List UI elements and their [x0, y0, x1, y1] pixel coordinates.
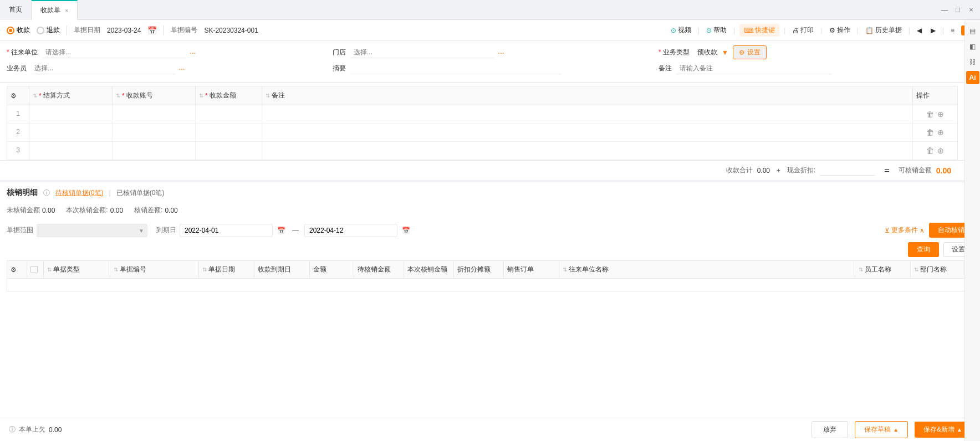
more-conditions-btn[interactable]: ⊻ 更多条件 ∧: [885, 225, 925, 235]
col-sort-account-icon[interactable]: ⇅: [116, 93, 120, 99]
store-field: 门店 ···: [333, 47, 647, 58]
ops-btn[interactable]: ⚙ 操作: [827, 24, 853, 36]
row-amount-3[interactable]: [196, 142, 262, 160]
tab-close-icon[interactable]: ×: [65, 7, 68, 14]
row-account-2[interactable]: [113, 124, 196, 141]
layout-list-btn[interactable]: ≡: [948, 25, 957, 35]
row-settlement-2[interactable]: [29, 124, 113, 141]
sidebar-attach-icon[interactable]: ⛓: [966, 55, 979, 69]
col-sort-amount-icon[interactable]: ⇅: [199, 93, 203, 99]
col-header-account: ⇅ * 收款账号: [113, 86, 196, 105]
counterpart-field: * 往来单位 ···: [7, 47, 321, 58]
discard-button[interactable]: 放弃: [811, 421, 848, 438]
sidebar-table-icon[interactable]: ▤: [966, 24, 979, 38]
this-verify-stat: 本次核销金额: 0.00: [66, 206, 123, 215]
row-settlement-3[interactable]: [29, 142, 113, 160]
nav-next-btn[interactable]: ▶: [928, 25, 938, 35]
sidebar-ai-icon[interactable]: Ai: [966, 71, 979, 84]
due-date-start-input[interactable]: [180, 224, 273, 237]
row-ops-1: 🗑 ⊕: [913, 105, 957, 123]
counterpart-more-btn[interactable]: ···: [186, 48, 200, 57]
bottom-info-icon[interactable]: ⓘ: [9, 425, 16, 434]
tab-receipt[interactable]: 收款单 ×: [32, 0, 78, 20]
close-button[interactable]: ×: [967, 6, 976, 14]
save-new-button[interactable]: 保存&新增 ▲: [915, 422, 971, 438]
form-settings-button[interactable]: ⚙ 设置: [733, 45, 767, 59]
verify-info-icon[interactable]: ⓘ: [43, 188, 50, 198]
bill-no-value: SK-20230324-001: [204, 27, 258, 34]
radio-receipt[interactable]: 收款: [7, 25, 30, 35]
save-draft-button[interactable]: 保存草稿 ▲: [855, 421, 908, 438]
help-icon: ⊙: [706, 27, 712, 34]
vcol-sort-type-icon[interactable]: ⇅: [47, 266, 52, 273]
row-settlement-1[interactable]: [29, 105, 113, 123]
row-amount-1[interactable]: [196, 105, 262, 123]
store-input[interactable]: [350, 47, 494, 58]
tab-done-verify[interactable]: 已核销单据(0笔): [116, 188, 165, 198]
counterpart-input[interactable]: [42, 47, 186, 58]
video-btn[interactable]: ⊙ 视频: [668, 24, 693, 36]
help-btn[interactable]: ⊙ 帮助: [704, 24, 729, 36]
form-row-1: * 往来单位 ··· 门店 ··· * 业务类型 预收款 ▼: [7, 45, 973, 59]
note-input[interactable]: [676, 63, 831, 74]
due-date-dash: —: [292, 227, 299, 234]
due-date-start-calendar-icon[interactable]: 📅: [277, 227, 285, 234]
staff-more-btn[interactable]: ···: [175, 64, 188, 73]
nav-next-icon: ▶: [931, 27, 936, 34]
sidebar-ai-icon-symbol: Ai: [969, 74, 976, 81]
row-delete-3-icon[interactable]: 🗑: [926, 146, 934, 155]
verify-table-checkbox-all[interactable]: [30, 266, 38, 273]
bottom-info: ⓘ 本单上欠 0.00: [9, 425, 62, 434]
vcol-sort-billno-icon[interactable]: ⇅: [114, 266, 118, 273]
vcol-gear[interactable]: ⚙: [7, 261, 27, 278]
tab-pending-verify[interactable]: 待核销单据(0笔): [55, 188, 104, 198]
staff-field: 业务员 ···: [7, 63, 321, 74]
row-copy-1-icon[interactable]: ⊕: [937, 110, 944, 119]
sidebar-print-icon[interactable]: ◧: [966, 40, 979, 53]
query-button[interactable]: 查询: [908, 242, 939, 257]
business-type-arrow-icon[interactable]: ▼: [722, 49, 728, 57]
vcol-date: ⇅ 单据日期: [199, 261, 254, 278]
row-delete-2-icon[interactable]: 🗑: [926, 128, 934, 137]
vcol-sort-date-icon[interactable]: ⇅: [202, 266, 207, 273]
col-sort-settlement-icon[interactable]: ⇅: [33, 93, 37, 99]
maximize-button[interactable]: □: [953, 6, 962, 14]
window-controls: — □ ×: [940, 6, 980, 14]
col-header-gear[interactable]: ⚙: [7, 86, 29, 105]
row-copy-3-icon[interactable]: ⊕: [937, 146, 944, 155]
col-sort-remark-icon[interactable]: ⇅: [266, 93, 270, 99]
store-more-btn[interactable]: ···: [494, 48, 508, 57]
row-remark-2[interactable]: [262, 124, 913, 141]
vcol-sort-dept-icon[interactable]: ⇅: [914, 266, 918, 273]
note-label: 备注: [659, 64, 676, 73]
bill-date-value: 2023-03-24: [107, 27, 141, 34]
row-account-3[interactable]: [113, 142, 196, 160]
row-remark-1[interactable]: [262, 105, 913, 123]
diff-label: 核销差额:: [134, 206, 162, 215]
settings-btn-label: 设置: [747, 48, 760, 57]
row-copy-2-icon[interactable]: ⊕: [937, 128, 944, 137]
history-btn[interactable]: 📋 历史单据: [863, 24, 904, 36]
discount-input[interactable]: [820, 165, 875, 176]
row-account-1[interactable]: [113, 105, 196, 123]
bill-date-calendar-icon[interactable]: 📅: [147, 26, 157, 35]
vcol-sort-staff-icon[interactable]: ⇅: [859, 266, 863, 273]
due-date-end-input[interactable]: [304, 224, 397, 237]
row-remark-3[interactable]: [262, 142, 913, 160]
row-delete-1-icon[interactable]: 🗑: [926, 110, 934, 119]
print-icon: 🖨: [792, 27, 799, 34]
staff-input[interactable]: [31, 63, 175, 74]
shortcut-btn[interactable]: ⌨ 快捷键: [739, 24, 779, 37]
vcol-sort-partner-icon[interactable]: ⇅: [563, 266, 567, 273]
bill-range-select[interactable]: [37, 224, 147, 237]
print-btn[interactable]: 🖨 打印: [790, 24, 816, 36]
radio-refund[interactable]: 退款: [37, 25, 60, 35]
nav-prev-btn[interactable]: ◀: [915, 25, 924, 35]
due-date-end-calendar-icon[interactable]: 📅: [402, 227, 410, 234]
toolbar-row: 收款 退款 单据日期 2023-03-24 📅 单据编号 SK-20230324…: [0, 20, 980, 41]
summary-input[interactable]: [350, 63, 561, 74]
row-amount-2[interactable]: [196, 124, 262, 141]
tab-home[interactable]: 首页: [0, 0, 32, 20]
minimize-button[interactable]: —: [940, 6, 949, 14]
col-header-remark: ⇅ 备注: [262, 86, 913, 105]
